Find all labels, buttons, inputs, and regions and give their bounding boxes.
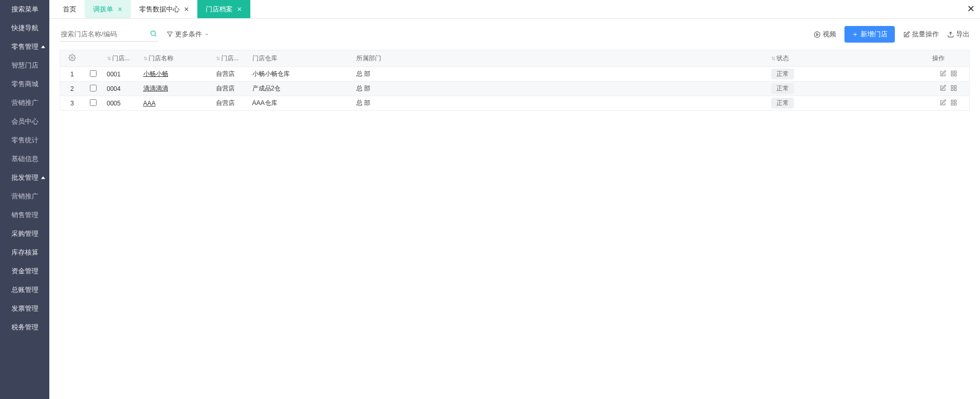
row-checkbox[interactable] [90, 85, 97, 91]
th-warehouse[interactable]: 门店仓库 [248, 50, 352, 67]
close-icon[interactable]: ✕ [237, 6, 242, 13]
th-name[interactable]: ⇅门店名称 [139, 50, 212, 67]
sidebar-item-basic-info[interactable]: 基础信息 [0, 150, 49, 168]
store-name-link[interactable]: 滴滴滴滴 [143, 85, 168, 92]
cell-warehouse: 产成品2仓 [248, 82, 352, 96]
sidebar-item-invoice[interactable]: 发票管理 [0, 299, 49, 318]
sidebar-item-ledger[interactable]: 总账管理 [0, 281, 49, 299]
th-gear[interactable] [60, 50, 84, 67]
th-type[interactable]: ⇅门店... [212, 50, 248, 67]
edit-row-button[interactable] [937, 100, 948, 108]
add-store-label: 新增门店 [861, 30, 888, 39]
svg-rect-11 [951, 85, 954, 87]
svg-point-6 [71, 57, 73, 59]
svg-marker-4 [816, 33, 818, 35]
search-box [60, 27, 158, 42]
table-row: 20004滴滴滴滴自营店产成品2仓总 部正常 [60, 82, 970, 96]
cell-code: 0001 [103, 67, 139, 82]
sidebar-item-tax[interactable]: 税务管理 [0, 318, 49, 337]
sidebar-quicknav[interactable]: 快捷导航 [0, 19, 49, 37]
cell-checkbox [84, 96, 103, 111]
th-status[interactable]: ⇅状态 [767, 50, 928, 67]
th-label: 门店仓库 [252, 55, 277, 62]
cell-index: 2 [60, 82, 84, 96]
svg-rect-8 [955, 71, 957, 73]
sidebar-item-inventory[interactable]: 库存核算 [0, 243, 49, 262]
close-icon[interactable]: ✕ [117, 6, 123, 13]
tabs-bar: 首页 调拨单 ✕ 零售数据中心 ✕ 门店档案 ✕ [49, 0, 980, 19]
row-checkbox[interactable] [90, 70, 97, 77]
more-filters-button[interactable]: 更多条件 [167, 30, 209, 39]
th-dept[interactable]: 所属部门 [352, 50, 767, 67]
video-button[interactable]: 视频 [814, 30, 836, 39]
svg-point-0 [151, 31, 156, 36]
sort-icon: ⇅ [143, 56, 147, 61]
edit-row-button[interactable] [937, 85, 948, 93]
svg-rect-16 [955, 100, 957, 102]
sidebar-item-marketing[interactable]: 营销推广 [0, 94, 49, 112]
cell-warehouse: 小畅小畅仓库 [248, 67, 352, 82]
svg-point-3 [814, 32, 820, 37]
cell-checkbox [84, 82, 103, 96]
add-store-button[interactable]: ＋ 新增门店 [844, 26, 895, 43]
sidebar-group-retail[interactable]: 零售管理 [0, 37, 49, 56]
search-icon[interactable] [150, 30, 157, 39]
cell-type: 自营店 [212, 96, 248, 111]
cell-name: 滴滴滴滴 [139, 82, 212, 96]
export-label: 导出 [956, 30, 970, 39]
svg-marker-2 [167, 32, 172, 37]
tab-label: 零售数据中心 [139, 5, 180, 14]
sort-icon: ⇅ [107, 56, 111, 61]
chevron-down-icon [204, 32, 209, 37]
main: ✕ 首页 调拨单 ✕ 零售数据中心 ✕ 门店档案 ✕ [49, 0, 980, 399]
sidebar-item-sales-mgmt[interactable]: 销售管理 [0, 206, 49, 224]
qr-row-button[interactable] [948, 85, 959, 93]
th-label: 门店... [112, 55, 130, 62]
th-code[interactable]: ⇅门店... [103, 50, 139, 67]
cell-status: 正常 [767, 82, 928, 96]
cell-type: 自营店 [212, 67, 248, 82]
sidebar-item-retail-stats[interactable]: 零售统计 [0, 131, 49, 150]
cell-ops [928, 82, 970, 96]
qr-row-button[interactable] [948, 71, 959, 78]
tab-transfer-order[interactable]: 调拨单 ✕ [85, 0, 131, 18]
sidebar-item-finance[interactable]: 资金管理 [0, 262, 49, 281]
svg-rect-13 [951, 88, 954, 90]
sidebar-item-marketing-2[interactable]: 营销推广 [0, 187, 49, 206]
svg-rect-10 [955, 74, 957, 76]
sidebar-item-retail-mall[interactable]: 零售商城 [0, 75, 49, 94]
edit-icon [903, 31, 910, 38]
tab-retail-data-center[interactable]: 零售数据中心 ✕ [131, 0, 197, 18]
cell-ops [928, 96, 970, 111]
store-name-link[interactable]: AAA [143, 100, 156, 107]
caret-up-icon [41, 177, 45, 179]
store-name-link[interactable]: 小畅小畅 [143, 70, 168, 77]
svg-rect-9 [951, 74, 954, 76]
batch-ops-button[interactable]: 批量操作 [903, 30, 939, 39]
edit-row-button[interactable] [937, 71, 948, 78]
table-row: 10001小畅小畅自营店小畅小畅仓库总 部正常 [60, 67, 970, 82]
sidebar-search[interactable]: 搜索菜单 [0, 0, 49, 19]
search-input[interactable] [60, 27, 158, 42]
sort-icon: ⇅ [771, 56, 775, 61]
tab-store-archive[interactable]: 门店档案 ✕ [197, 0, 250, 18]
th-label: 门店... [221, 55, 239, 62]
close-icon[interactable]: ✕ [967, 3, 975, 15]
svg-rect-7 [951, 71, 954, 73]
svg-rect-15 [951, 100, 954, 102]
sidebar-item-purchase[interactable]: 采购管理 [0, 224, 49, 243]
th-checkbox [84, 50, 103, 67]
sidebar-item-smart-store[interactable]: 智慧门店 [0, 56, 49, 75]
row-checkbox[interactable] [90, 99, 97, 106]
qr-row-button[interactable] [948, 100, 959, 108]
status-badge: 正常 [771, 98, 794, 109]
th-label: 门店名称 [149, 55, 173, 62]
sidebar-group-label: 零售管理 [11, 42, 38, 51]
th-label: 所属部门 [356, 55, 381, 62]
svg-line-1 [155, 35, 156, 36]
export-button[interactable]: 导出 [947, 30, 970, 39]
sidebar-item-member-center[interactable]: 会员中心 [0, 112, 49, 131]
sidebar-group-wholesale[interactable]: 批发管理 [0, 168, 49, 187]
tab-home[interactable]: 首页 [55, 0, 85, 18]
close-icon[interactable]: ✕ [184, 6, 189, 13]
